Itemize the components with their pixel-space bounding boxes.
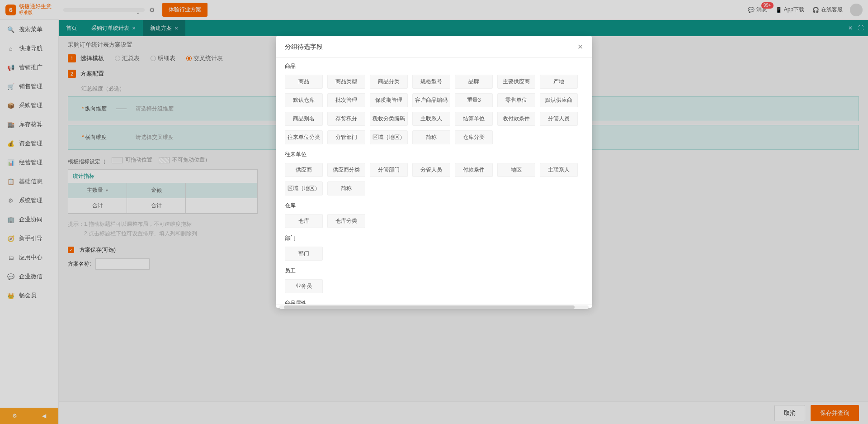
- field-option[interactable]: 部门: [285, 247, 323, 261]
- field-option[interactable]: 存货积分: [327, 112, 365, 126]
- field-option[interactable]: 品牌: [455, 75, 493, 89]
- field-option[interactable]: 商品类型: [327, 75, 365, 89]
- field-option[interactable]: 区域（地区）: [370, 130, 408, 144]
- section-title: 员工: [285, 267, 583, 275]
- field-option[interactable]: 收付款条件: [497, 112, 535, 126]
- field-section: 往来单位供应商供应商分类分管部门分管人员付款条件地区主联系人区域（地区）简称: [285, 151, 583, 195]
- field-option[interactable]: 供应商: [285, 163, 323, 177]
- field-option[interactable]: 分管部门: [370, 163, 408, 177]
- field-option[interactable]: 保质期管理: [370, 93, 408, 107]
- section-title: 商品属性: [285, 300, 583, 304]
- field-option[interactable]: 仓库分类: [327, 214, 365, 228]
- field-option[interactable]: 仓库: [285, 214, 323, 228]
- field-option[interactable]: 商品分类: [370, 75, 408, 89]
- field-option[interactable]: 产地: [540, 75, 578, 89]
- field-option[interactable]: 分管人员: [540, 112, 578, 126]
- field-section: 商品商品商品类型商品分类规格型号品牌主要供应商产地默认仓库批次管理保质期管理客户…: [285, 62, 583, 144]
- field-option[interactable]: 商品别名: [285, 112, 323, 126]
- field-option[interactable]: 分管人员: [412, 163, 450, 177]
- field-option[interactable]: 客户商品编码: [412, 93, 450, 107]
- field-option[interactable]: 简称: [412, 130, 450, 144]
- modal-body: 商品商品商品类型商品分类规格型号品牌主要供应商产地默认仓库批次管理保质期管理客户…: [276, 58, 592, 304]
- field-option[interactable]: 主要供应商: [497, 75, 535, 89]
- modal-title: 分组待选字段: [285, 43, 323, 51]
- section-title: 部门: [285, 234, 583, 242]
- modal-close-button[interactable]: ✕: [577, 43, 583, 51]
- field-option[interactable]: 默认供应商: [540, 93, 578, 107]
- section-title: 仓库: [285, 202, 583, 210]
- field-option[interactable]: 主联系人: [412, 112, 450, 126]
- field-option[interactable]: 批次管理: [327, 93, 365, 107]
- field-option[interactable]: 业务员: [285, 279, 323, 293]
- field-option[interactable]: 地区: [497, 163, 535, 177]
- field-option[interactable]: 简称: [327, 181, 365, 195]
- field-selector-modal: 分组待选字段 ✕ 商品商品商品类型商品分类规格型号品牌主要供应商产地默认仓库批次…: [276, 36, 592, 308]
- field-option[interactable]: 主联系人: [540, 163, 578, 177]
- field-section: 仓库仓库仓库分类: [285, 202, 583, 228]
- field-option[interactable]: 结算单位: [455, 112, 493, 126]
- section-title: 商品: [285, 62, 583, 70]
- field-option[interactable]: 区域（地区）: [285, 181, 323, 195]
- field-option[interactable]: 付款条件: [455, 163, 493, 177]
- field-option[interactable]: 仓库分类: [455, 130, 493, 144]
- field-option[interactable]: 重量3: [455, 93, 493, 107]
- field-option[interactable]: 税收分类编码: [370, 112, 408, 126]
- field-section: 商品属性属性颜色多规格尺码鞋码1: [285, 300, 583, 304]
- field-option[interactable]: 零售单位: [497, 93, 535, 107]
- section-title: 往来单位: [285, 151, 583, 158]
- field-section: 员工业务员: [285, 267, 583, 293]
- field-option[interactable]: 商品: [285, 75, 323, 89]
- field-option[interactable]: 往来单位分类: [285, 130, 323, 144]
- field-option[interactable]: 默认仓库: [285, 93, 323, 107]
- field-option[interactable]: 供应商分类: [327, 163, 365, 177]
- modal-backdrop[interactable]: 分组待选字段 ✕ 商品商品商品类型商品分类规格型号品牌主要供应商产地默认仓库批次…: [0, 0, 868, 424]
- horizontal-scrollbar[interactable]: [279, 305, 589, 309]
- field-option[interactable]: 分管部门: [327, 130, 365, 144]
- field-section: 部门部门: [285, 234, 583, 261]
- field-option[interactable]: 规格型号: [412, 75, 450, 89]
